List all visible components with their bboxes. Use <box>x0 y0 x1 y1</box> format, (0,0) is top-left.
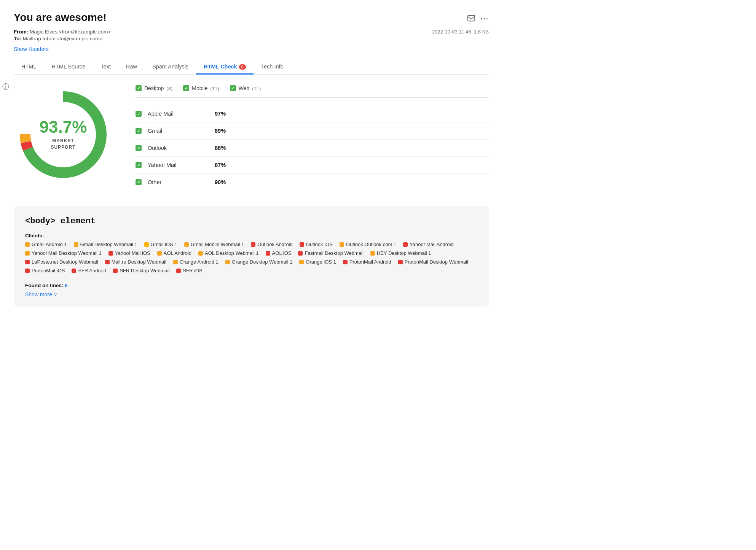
list-item: Orange Desktop Webmail 1 <box>225 259 292 265</box>
filter-mobile-label: Mobile <box>192 85 207 91</box>
filter-web-label: Web <box>239 85 250 91</box>
list-item: Orange Android 1 <box>173 259 219 265</box>
found-lines: Found on lines: 6 <box>25 283 477 288</box>
other-checkbox[interactable] <box>136 179 142 185</box>
apple-mail-value: 97% <box>215 111 226 117</box>
other-value: 90% <box>215 179 226 185</box>
yahoo-mail-label: Yahoo! Mail <box>148 162 209 168</box>
stat-gmail: Gmail 89% <box>136 122 489 140</box>
tab-text[interactable]: Text <box>93 60 118 75</box>
yahoo-mail-value: 87% <box>215 162 226 168</box>
stat-outlook: Outlook 88% <box>136 140 489 157</box>
show-headers-link[interactable]: Show Headers <box>14 46 49 52</box>
to-value: Mailtrap Inbox <to@example.com> <box>23 36 103 41</box>
tab-spam-analysis[interactable]: Spam Analysis <box>145 60 196 75</box>
list-item: HEY Desktop Webmail 1 <box>370 250 431 256</box>
body-element-section: <body> element Clients: Gmail Android 1G… <box>14 206 489 307</box>
list-item: Gmail iOS 1 <box>144 242 177 247</box>
list-item: Yahoo! Mail Android <box>403 242 453 247</box>
outlook-label: Outlook <box>148 145 209 151</box>
donut-chart: 93.7% MARKETSUPPORT <box>14 85 113 184</box>
outlook-checkbox[interactable] <box>136 145 142 151</box>
filter-web-count: (11) <box>252 86 261 91</box>
gmail-checkbox[interactable] <box>136 128 142 134</box>
filter-mobile[interactable]: Mobile (11) <box>183 85 219 91</box>
filter-desktop-count: (8) <box>166 86 172 91</box>
apple-mail-label: Apple Mail <box>148 111 209 117</box>
list-item: Fastmail Desktop Webmail <box>298 250 363 256</box>
list-item: ProtonMail iOS <box>25 268 65 273</box>
found-lines-label: Found on lines: <box>25 283 64 288</box>
donut-percent: 93.7% <box>40 119 87 135</box>
more-options-icon[interactable]: ⋯ <box>480 14 489 24</box>
list-item: Gmail Desktop Webmail 1 <box>74 242 137 247</box>
list-item: Outlook Android <box>251 242 293 247</box>
filter-mobile-count: (11) <box>211 86 219 91</box>
list-item: AOL Android <box>157 250 191 256</box>
other-label: Other <box>148 179 209 185</box>
list-item: LaPoste.net Desktop Webmail <box>25 259 98 265</box>
stat-other: Other 90% <box>136 174 489 191</box>
list-item: SFR Desktop Webmail <box>113 268 169 273</box>
list-item: SFR iOS <box>176 268 202 273</box>
list-item: ProtonMail Desktop Webmail <box>398 259 468 265</box>
list-item: Yahoo! Mail iOS <box>108 250 150 256</box>
list-item: SFR Android <box>72 268 106 273</box>
gmail-value: 89% <box>215 128 226 134</box>
list-item: Yahoo! Mail Desktop Webmail 1 <box>25 250 102 256</box>
desktop-checkbox[interactable] <box>136 85 142 91</box>
list-item: Gmail Mobile Webmail 1 <box>184 242 244 247</box>
filter-web[interactable]: Web (11) <box>230 85 261 91</box>
tab-raw[interactable]: Raw <box>118 60 145 75</box>
list-item: Gmail Android 1 <box>25 242 67 247</box>
filter-row: Desktop (8) Mobile (11) Web (11) <box>136 85 489 98</box>
tab-bar: HTML HTML Source Text Raw Spam Analysis … <box>14 60 489 75</box>
from-label: From: <box>14 29 28 35</box>
show-more-button[interactable]: Show more <box>25 291 57 297</box>
list-item: Orange iOS 1 <box>299 259 336 265</box>
tab-tech-info[interactable]: Tech Info <box>254 60 291 75</box>
stat-yahoo-mail: Yahoo! Mail 87% <box>136 157 489 174</box>
yahoo-mail-checkbox[interactable] <box>136 162 142 168</box>
email-icon[interactable] <box>467 14 475 24</box>
apple-mail-checkbox[interactable] <box>136 111 142 117</box>
list-item: ProtonMail Android <box>343 259 391 265</box>
list-item: Outlook iOS <box>300 242 333 247</box>
web-checkbox[interactable] <box>230 85 236 91</box>
list-item: Outlook Outlook.com 1 <box>340 242 396 247</box>
list-item: AOL iOS <box>266 250 292 256</box>
outlook-value: 88% <box>215 145 226 151</box>
tab-html-check[interactable]: HTML Check6 <box>196 60 254 75</box>
html-check-badge: 6 <box>239 64 246 70</box>
list-item: AOL Desktop Webmail 1 <box>198 250 259 256</box>
gmail-label: Gmail <box>148 128 209 134</box>
clients-label: Clients: <box>25 233 44 238</box>
stats-panel: Desktop (8) Mobile (11) Web (11) Apple M… <box>136 85 489 191</box>
filter-desktop[interactable]: Desktop (8) <box>136 85 172 91</box>
body-section-title: <body> element <box>25 216 477 226</box>
info-icon[interactable]: ⓘ <box>2 82 9 91</box>
svg-rect-0 <box>468 15 475 21</box>
filter-desktop-label: Desktop <box>144 85 164 91</box>
stat-apple-mail: Apple Mail 97% <box>136 105 489 122</box>
to-label: To: <box>14 36 21 41</box>
email-title: You are awesome! <box>14 11 107 24</box>
tab-html-source[interactable]: HTML Source <box>44 60 93 75</box>
found-lines-count: 6 <box>65 283 68 288</box>
donut-label: MARKETSUPPORT <box>40 138 87 151</box>
tab-html[interactable]: HTML <box>14 60 44 75</box>
from-value: Magic Elves <from@example.com> <box>30 29 111 35</box>
clients-row: Clients: Gmail Android 1Gmail Desktop We… <box>25 233 477 277</box>
email-date: 2022-10-03 11:46, 1.6 KB <box>432 29 489 35</box>
list-item: Mail.ru Desktop Webmail <box>105 259 166 265</box>
mobile-checkbox[interactable] <box>183 85 189 91</box>
